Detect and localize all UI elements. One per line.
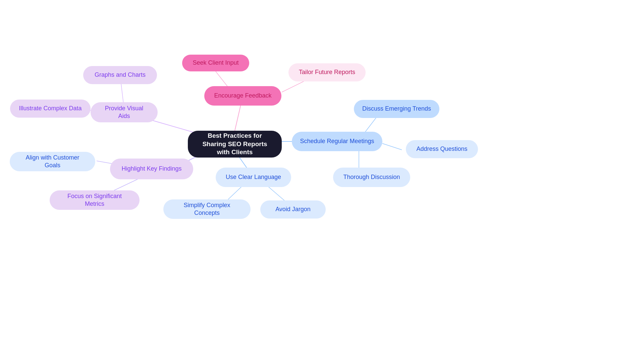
- node-align-customer: Align with Customer Goals: [10, 152, 95, 171]
- node-discuss-emerging: Discuss Emerging Trends: [354, 100, 439, 118]
- node-use-clear-language: Use Clear Language: [216, 168, 291, 187]
- node-illustrate-complex: Illustrate Complex Data: [10, 100, 91, 118]
- node-avoid-jargon: Avoid Jargon: [260, 200, 326, 219]
- node-highlight-key: Highlight Key Findings: [110, 159, 193, 179]
- node-provide-visual-aids: Provide Visual Aids: [91, 102, 158, 122]
- svg-line-8: [382, 143, 402, 150]
- node-address-questions: Address Questions: [406, 140, 478, 158]
- node-focus-metrics: Focus on Significant Metrics: [50, 190, 140, 210]
- node-thorough-discussion: Thorough Discussion: [333, 168, 410, 187]
- node-graphs-charts: Graphs and Charts: [83, 66, 157, 84]
- node-tailor-future: Tailor Future Reports: [288, 63, 366, 81]
- svg-line-12: [268, 187, 285, 201]
- svg-line-15: [114, 178, 141, 190]
- node-seek-client-input: Seek Client Input: [182, 55, 249, 71]
- node-encourage-feedback: Encourage Feedback: [204, 86, 281, 106]
- svg-line-11: [228, 187, 241, 199]
- svg-line-4: [216, 71, 228, 87]
- center-node: Best Practices for Sharing SEO Reports w…: [188, 131, 282, 158]
- node-schedule-meetings: Schedule Regular Meetings: [292, 132, 382, 151]
- node-simplify-complex: Simplify Complex Concepts: [163, 199, 251, 219]
